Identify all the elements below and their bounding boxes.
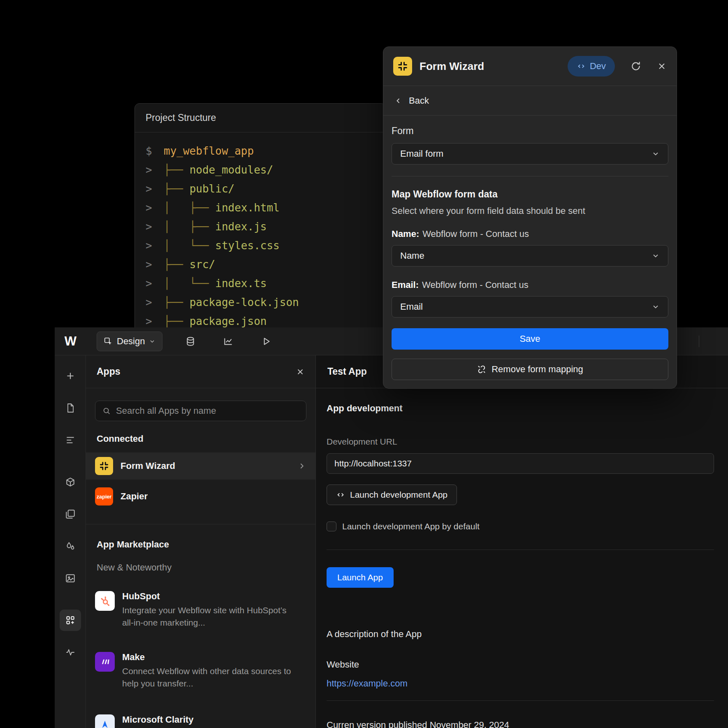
- microsoft-clarity-logo-icon: [95, 714, 115, 728]
- save-button[interactable]: Save: [392, 328, 668, 350]
- apps-panel: Apps Connected Form Wizard zapier Za: [86, 355, 316, 728]
- assets-button[interactable]: [60, 568, 81, 589]
- navigator-button[interactable]: [60, 429, 81, 451]
- name-mapping-label: Name:Webflow form - Contact us: [392, 229, 668, 239]
- file-name: node_modules/: [190, 164, 274, 176]
- app-description: Connect Webflow with other data sources …: [122, 665, 295, 690]
- components-button[interactable]: [60, 471, 81, 493]
- apps-search-input[interactable]: [116, 406, 299, 416]
- chevron-down-icon: [651, 303, 660, 311]
- apps-grid-icon: [65, 615, 76, 626]
- website-link[interactable]: https://example.com: [327, 678, 408, 689]
- pages-button[interactable]: [60, 397, 81, 419]
- design-mode-button[interactable]: Design: [97, 332, 162, 351]
- divider: [86, 524, 315, 524]
- audit-button[interactable]: [60, 642, 81, 663]
- design-mode-label: Design: [117, 336, 145, 347]
- unlink-icon: [477, 364, 487, 374]
- launch-default-label: Launch development App by default: [342, 522, 480, 531]
- page-doc-icon[interactable]: [723, 336, 728, 355]
- file-tree: $my_webflow_app >├── node_modules/ >├── …: [135, 132, 386, 340]
- variables-button[interactable]: [60, 536, 81, 557]
- email-select-value: Email: [400, 301, 423, 312]
- test-app-title: Test App: [327, 366, 367, 377]
- form-wizard-modal: Form Wizard Dev Back Form Email form: [383, 46, 677, 389]
- divider: [327, 700, 714, 701]
- connected-app-zapier[interactable]: zapier Zapier: [86, 483, 315, 510]
- hubspot-logo-icon: [95, 591, 115, 611]
- tree-line: >├── public/: [146, 179, 375, 198]
- libraries-button[interactable]: [60, 503, 81, 525]
- name-mapping-select[interactable]: Name: [392, 245, 668, 267]
- close-modal-button[interactable]: [657, 61, 667, 71]
- tree-line: >├── node_modules/: [146, 160, 375, 179]
- cms-database-icon[interactable]: [181, 332, 200, 351]
- tree-line-root: $my_webflow_app: [146, 141, 375, 160]
- marketplace-app-microsoft-clarity[interactable]: Microsoft Clarity: [86, 714, 315, 728]
- launch-default-checkbox[interactable]: [327, 522, 336, 531]
- name-select-value: Name: [400, 250, 424, 261]
- file-name: package-lock.json: [190, 296, 299, 308]
- form-select[interactable]: Email form: [392, 143, 668, 165]
- connected-apps-list: Form Wizard zapier Zapier: [86, 452, 315, 510]
- map-form-data-title: Map Webflow form data: [392, 189, 668, 200]
- project-structure-title: Project Structure: [135, 104, 386, 132]
- tree-line: >│ └── index.ts: [146, 274, 375, 293]
- app-name: Make: [122, 652, 295, 663]
- menu-lines-icon: [65, 435, 76, 445]
- app-description-text: A description of the App: [327, 629, 714, 640]
- remove-form-mapping-button[interactable]: Remove form mapping: [392, 359, 668, 380]
- file-name: styles.css: [215, 239, 280, 252]
- close-icon: [296, 367, 305, 376]
- launch-app-button[interactable]: Launch App: [327, 567, 394, 588]
- marketplace-app-make[interactable]: Make Connect Webflow with other data sou…: [86, 652, 315, 690]
- file-name: index.js: [215, 220, 267, 233]
- chevron-down-icon: [651, 252, 660, 260]
- apps-search-box[interactable]: [95, 401, 306, 421]
- connected-app-form-wizard[interactable]: Form Wizard: [86, 452, 315, 480]
- form-wizard-logo-icon: [95, 457, 113, 475]
- app-name: Zapier: [121, 491, 148, 502]
- apps-panel-header: Apps: [86, 355, 315, 388]
- marketplace-app-hubspot[interactable]: HubSpot Integrate your Webflow site with…: [86, 591, 315, 629]
- development-url-input[interactable]: [327, 453, 714, 474]
- dev-mode-badge[interactable]: Dev: [568, 56, 615, 77]
- analytics-chart-icon[interactable]: [218, 332, 238, 351]
- launch-development-app-button[interactable]: Launch development App: [327, 485, 457, 505]
- droplets-icon: [65, 541, 76, 552]
- app-name: Microsoft Clarity: [122, 714, 194, 725]
- sync-refresh-button[interactable]: [631, 61, 641, 72]
- test-app-panel: Test App App development Development URL…: [316, 355, 728, 728]
- page-icon: [65, 403, 75, 413]
- file-name: package.json: [190, 315, 267, 327]
- file-name: public/: [190, 183, 235, 195]
- tree-line: >│ └── styles.css: [146, 236, 375, 255]
- search-icon: [102, 406, 111, 415]
- chevron-left-icon: [394, 97, 402, 105]
- new-noteworthy-label: New & Noteworthy: [97, 562, 305, 573]
- back-button[interactable]: Back: [383, 86, 677, 116]
- file-name: index.ts: [215, 277, 267, 290]
- tree-line: >│ ├── index.html: [146, 198, 375, 217]
- add-elements-button[interactable]: [60, 365, 81, 387]
- project-structure-panel: Project Structure $my_webflow_app >├── n…: [134, 103, 386, 358]
- cube-icon: [65, 477, 76, 487]
- version-text: Curren version published November 29, 20…: [327, 720, 714, 728]
- email-mapping-select[interactable]: Email: [392, 296, 668, 318]
- app-development-heading: App development: [327, 403, 714, 414]
- stacked-pages-icon: [65, 509, 76, 519]
- plus-icon: [65, 371, 76, 381]
- webflow-logo[interactable]: W: [55, 327, 86, 355]
- modal-header: Form Wizard Dev: [383, 47, 677, 86]
- close-apps-panel-button[interactable]: [296, 367, 305, 376]
- chevron-down-icon: [149, 338, 155, 345]
- activity-wave-icon: [65, 647, 76, 658]
- file-name: index.html: [215, 202, 280, 214]
- collapse-chevron: >: [146, 255, 164, 274]
- apps-button[interactable]: [60, 610, 81, 631]
- make-logo-icon: [95, 652, 115, 672]
- root-folder-name: my_webflow_app: [164, 145, 254, 157]
- preview-play-icon[interactable]: [256, 332, 276, 351]
- apps-panel-title: Apps: [97, 366, 121, 377]
- collapse-chevron: >: [146, 274, 164, 293]
